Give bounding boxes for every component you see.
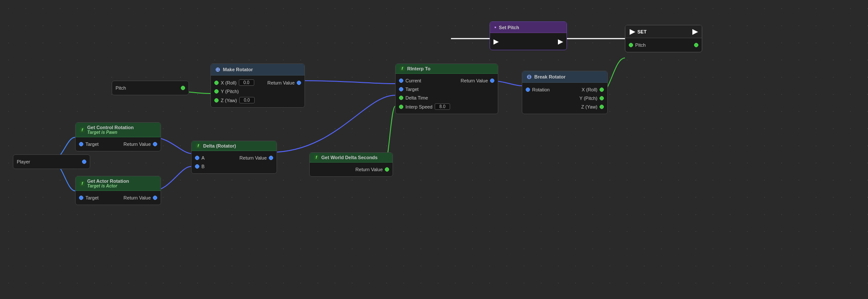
break-rotator-node: ⊖ Break Rotator Rotation X (Roll) Y (Pit…	[522, 71, 608, 114]
delta-rotator-title: Delta (Rotator)	[203, 143, 236, 148]
dr-b-pin	[195, 164, 199, 169]
gcr-return-pin	[153, 142, 157, 146]
ri-speed-label: Interp Speed	[405, 104, 432, 109]
set-pitch-out-pin	[694, 43, 698, 47]
ri-current-pin	[399, 79, 403, 83]
gcr-target-label: Target	[85, 142, 99, 147]
dr-return-pin	[269, 156, 273, 160]
set-pitch-pin	[629, 43, 633, 47]
break-rotator-title: Break Rotator	[534, 74, 566, 79]
set-pitch-icon: ▪	[494, 24, 496, 30]
gwds-return-pin	[385, 167, 389, 172]
break-rotator-icon: ⊖	[527, 73, 532, 80]
set-pitch-exec-in: ▶	[493, 37, 499, 45]
player-variable-node: Player	[13, 154, 90, 169]
delta-rotator-func-icon: f	[196, 143, 201, 148]
set-node: ▶ SET ▶ Pitch	[625, 25, 702, 52]
pitch-var-label: Pitch	[116, 85, 126, 91]
br-x-label: X (Roll)	[582, 87, 597, 92]
gar-return-label: Return Value	[124, 195, 151, 200]
mr-y-pin	[214, 89, 219, 94]
br-z-pin	[600, 105, 604, 109]
get-actor-rotation-node: f Get Actor Rotation Target is Actor Tar…	[75, 176, 161, 205]
get-actor-rotation-func-icon: f	[80, 181, 85, 186]
mr-x-input[interactable]	[239, 79, 254, 86]
make-rotator-node: ⊕ Make Rotator X (Roll) Return Value Y (…	[210, 63, 305, 108]
player-var-output-pin	[82, 160, 86, 164]
pitch-var-output-pin	[181, 86, 185, 90]
mr-z-pin	[214, 98, 219, 103]
delta-rotator-node: f Delta (Rotator) A Return Value B	[191, 141, 277, 174]
gar-target-pin	[79, 196, 83, 200]
ri-return-pin	[490, 79, 494, 83]
gar-target-label: Target	[85, 195, 99, 200]
gcr-target-pin	[79, 142, 83, 146]
dr-a-label: A	[201, 155, 204, 160]
dr-b-label: B	[201, 164, 204, 169]
br-rotation-pin	[526, 88, 530, 92]
mr-y-label: Y (Pitch)	[221, 89, 239, 94]
rinterp-func-icon: f	[400, 66, 405, 71]
ri-current-label: Current	[405, 78, 421, 83]
ri-return-label: Return Value	[461, 78, 488, 83]
gwds-return-label: Return Value	[356, 167, 383, 172]
gar-return-pin	[153, 196, 157, 200]
gwds-title: Get World Delta Seconds	[321, 155, 378, 160]
get-actor-rotation-subtitle: Target is Actor	[87, 184, 129, 188]
get-control-rotation-node: f Get Control Rotation Target is Pawn Ta…	[75, 122, 161, 151]
br-y-pin	[600, 96, 604, 100]
get-control-rotation-subtitle: Target is Pawn	[87, 130, 134, 135]
ri-target-pin	[399, 87, 403, 91]
set-title: SET	[637, 29, 646, 34]
ri-target-label: Target	[405, 87, 419, 92]
dr-return-label: Return Value	[240, 155, 267, 160]
get-actor-rotation-title: Get Actor Rotation	[87, 178, 129, 184]
ri-delta-label: Delta Time	[405, 95, 428, 100]
set-pitch-title: Set Pitch	[499, 25, 519, 30]
mr-return-pin	[297, 81, 301, 85]
mr-x-pin	[214, 81, 219, 85]
ri-delta-pin	[399, 96, 403, 100]
get-world-delta-node: f Get World Delta Seconds Return Value	[309, 152, 393, 177]
gwds-func-icon: f	[314, 155, 319, 160]
mr-return-label: Return Value	[268, 80, 295, 85]
br-y-label: Y (Pitch)	[579, 96, 597, 101]
rinterp-title: RInterp To	[407, 66, 430, 71]
get-control-rotation-title: Get Control Rotation	[87, 125, 134, 130]
set-exec-in: ▶	[630, 27, 635, 36]
gcr-return-label: Return Value	[124, 142, 151, 147]
br-x-pin	[600, 88, 604, 92]
set-pitch-label: Pitch	[635, 42, 646, 48]
br-z-label: Z (Yaw)	[581, 104, 597, 109]
set-pitch-exec-out: ▶	[558, 37, 563, 45]
set-pitch-node: ▪ Set Pitch ▶ ▶	[490, 21, 567, 50]
br-rotation-label: Rotation	[532, 87, 550, 92]
mr-z-label: Z (Yaw)	[221, 98, 237, 103]
ri-speed-pin	[399, 105, 403, 109]
pitch-variable-node: Pitch	[112, 81, 189, 95]
rinterp-to-node: f RInterp To Current Return Value Target…	[395, 63, 498, 114]
dr-a-pin	[195, 156, 199, 160]
make-rotator-title: Make Rotator	[223, 67, 253, 72]
set-exec-out: ▶	[692, 27, 697, 36]
mr-x-label: X (Roll)	[221, 80, 237, 85]
make-rotator-icon: ⊕	[215, 66, 220, 73]
ri-speed-input[interactable]	[435, 103, 450, 110]
player-var-label: Player	[17, 159, 30, 164]
mr-z-input[interactable]	[239, 97, 255, 103]
get-control-rotation-func-icon: f	[80, 127, 85, 133]
